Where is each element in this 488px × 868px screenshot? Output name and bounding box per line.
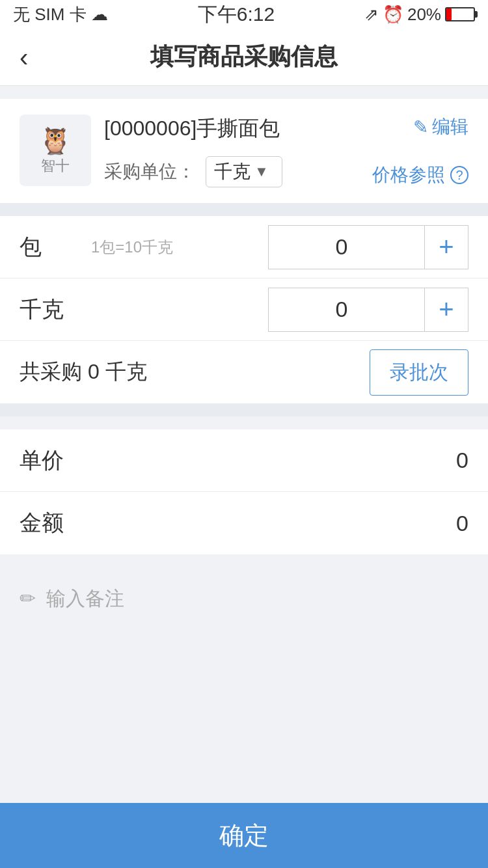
product-owl-icon: 🦉 xyxy=(39,126,72,156)
input-section: 包 1包=10千克 + 千克 + xyxy=(0,216,488,341)
section-divider-2 xyxy=(0,403,488,416)
status-bar: 无 SIM 卡 ☁ 下午6:12 ⇗ ⏰ 20% xyxy=(0,0,488,29)
product-logo-text: 智十 xyxy=(39,156,72,176)
kg-label: 千克 xyxy=(20,295,85,325)
summary-text: 共采购 0 千克 xyxy=(20,358,147,387)
alarm-icon: ⏰ xyxy=(383,5,403,25)
edit-button[interactable]: ✎ 编辑 xyxy=(413,115,468,139)
battery-icon xyxy=(445,7,475,21)
amount-value: 0 xyxy=(456,511,468,536)
edit-icon: ✎ xyxy=(413,116,428,138)
battery-text: 20% xyxy=(407,5,441,25)
price-ref-label: 价格参照 xyxy=(372,163,445,187)
bag-input-row: 包 1包=10千克 + xyxy=(0,216,488,278)
location-icon: ⇗ xyxy=(364,5,379,25)
unit-value: 千克 xyxy=(214,159,251,184)
product-card: 🦉 智十 [0000006]手撕面包 采购单位： 千克 ▼ ✎ 编辑 价格参照 … xyxy=(0,99,488,203)
remark-section: ✏ 输入备注 xyxy=(0,567,488,763)
kg-plus-button[interactable]: + xyxy=(424,288,468,332)
status-right: ⇗ ⏰ 20% xyxy=(364,5,475,25)
kg-input-row: 千克 + xyxy=(0,278,488,341)
remark-placeholder: 输入备注 xyxy=(46,586,124,612)
unit-select[interactable]: 千克 ▼ xyxy=(206,156,282,187)
bag-input-right: + xyxy=(268,225,468,269)
page-title: 填写商品采购信息 xyxy=(150,41,338,73)
unit-price-row: 单价 0 xyxy=(0,429,488,492)
unit-price-label: 单价 xyxy=(20,446,64,476)
confirm-button[interactable]: 确定 xyxy=(0,803,488,868)
section-divider-1 xyxy=(0,203,488,216)
bag-quantity-input[interactable] xyxy=(268,225,424,269)
nav-bar: ‹ 填写商品采购信息 xyxy=(0,29,488,86)
edit-label: 编辑 xyxy=(432,115,468,139)
back-button[interactable]: ‹ xyxy=(20,44,28,70)
amount-label: 金额 xyxy=(20,508,64,538)
info-icon: ? xyxy=(450,166,468,184)
status-time: 下午6:12 xyxy=(198,1,275,28)
bag-plus-button[interactable]: + xyxy=(424,225,468,269)
unit-label: 采购单位： xyxy=(104,159,195,184)
record-batch-button[interactable]: 录批次 xyxy=(370,349,468,396)
price-ref-button[interactable]: 价格参照 ? xyxy=(372,163,468,187)
info-section: 单价 0 金额 0 xyxy=(0,429,488,554)
unit-arrow-icon: ▼ xyxy=(254,163,269,180)
bag-label: 包 xyxy=(20,232,85,262)
status-left: 无 SIM 卡 ☁ xyxy=(13,3,108,26)
kg-input-right: + xyxy=(268,288,468,332)
amount-row: 金额 0 xyxy=(0,492,488,554)
unit-price-value: 0 xyxy=(456,448,468,473)
pencil-icon: ✏ xyxy=(20,587,36,610)
summary-row: 共采购 0 千克 录批次 xyxy=(0,341,488,403)
bag-sub-label: 1包=10千克 xyxy=(91,237,173,258)
kg-quantity-input[interactable] xyxy=(268,288,424,332)
sim-wifi-label: 无 SIM 卡 ☁ xyxy=(13,3,108,26)
product-logo: 🦉 智十 xyxy=(20,115,91,186)
